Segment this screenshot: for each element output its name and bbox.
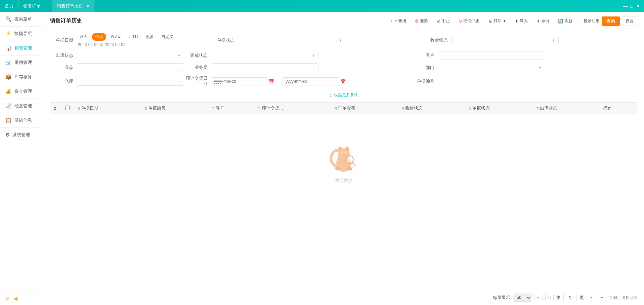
th-order-no[interactable]: ⇅单据编号 [141,103,208,114]
department-select[interactable]: ▼ [438,64,545,71]
th-payment-status[interactable]: ⇅收款状态 [398,103,465,114]
sidebar-item-finance[interactable]: 💰 资金管理 [0,84,43,99]
page-number-input[interactable] [563,294,577,301]
delivery-date-from-input[interactable] [211,77,267,85]
next-page-button[interactable]: > [587,294,595,301]
tab-sales-order-label: 销售订单 [23,3,41,9]
tab-sales-order-close[interactable]: ✕ [44,4,47,8]
sidebar-item-quick-nav[interactable]: ⚡ 快捷导航 [0,27,43,41]
prev-page-button[interactable]: < [545,294,554,301]
delivery-date-to-cal-icon[interactable]: 📅 [340,79,346,84]
stop-button[interactable]: ⊘ 中止 [434,16,453,26]
date-tab-today[interactable]: 今天 [92,33,106,41]
customer-dots-icon[interactable]: ··· [538,53,542,58]
customer-select[interactable]: ··· [438,51,545,60]
first-page-button[interactable]: « [534,294,543,301]
sidebar-item-base-info[interactable]: 📋 基础信息 [0,113,43,128]
sidebar-item-sys-mgmt-label: 系统管理 [12,132,30,138]
warehouse-select[interactable]: ··· [77,77,184,86]
delete-button[interactable]: 🗑 删除 [412,16,432,26]
th-amount[interactable]: ⇅订单金额 [331,103,398,114]
svg-point-10 [345,153,346,154]
window-maximize-icon[interactable]: □ [631,3,633,9]
complete-status-select[interactable]: ▼ [211,52,318,59]
th-delivery-status[interactable]: ⇅出库状态 [533,103,600,114]
sort-date-icon: ⇅ [77,106,80,110]
collapse-row[interactable]: △ 收起更多条件 [50,91,637,98]
delivery-status-select[interactable]: ▼ [77,52,184,59]
sort-delivery-status-icon: ⇅ [536,106,539,110]
date-tab-yesterday[interactable]: 昨天 [77,33,91,41]
th-delivery-date[interactable]: ⇅预计交货... [255,103,331,114]
sidebar-item-sys-mgmt[interactable]: ⚙ 系统管理 [0,128,43,142]
show-detail-checkbox-label[interactable]: 显示明细 [578,18,600,24]
import-button[interactable]: ⬆ 导入 [512,16,531,26]
sidebar-settings-icon[interactable]: ⚙ [5,295,9,302]
tab-sales-order-history[interactable]: 销售订单历史 ✕ [52,0,94,12]
sidebar-item-purchase-mgmt[interactable]: 🛒 采购管理 [0,55,43,70]
table-area: ⚙ ⇅单据日期 ⇅单据编号 ⇅客户 ⇅预计交货... ⇅订单金额 ⇅收款状态 ⇅… [43,102,644,290]
sidebar-item-operations-label: 经营管理 [14,103,32,109]
sidebar-item-sales-mgmt-label: 销售管理 [14,45,32,51]
new-button[interactable]: ＋ + 新增 [386,16,410,26]
warehouse-label: 仓库 [50,78,77,84]
refresh-button[interactable]: 🔄 刷新 [555,16,576,26]
settings-button[interactable]: 设置 [622,16,637,26]
delivery-date-from-cal-icon[interactable]: 📅 [269,79,274,84]
order-status-select[interactable]: ▼ [238,37,345,44]
warehouse-dots-icon[interactable]: ··· [177,79,181,84]
show-detail-checkbox[interactable] [578,19,582,23]
new-icon: ＋ [389,18,393,24]
warehouse-filter: 仓库 ··· [50,77,184,86]
print-button[interactable]: 🖨 打印 ▼ [485,16,510,26]
th-order-status[interactable]: ⇅单据状态 [465,103,532,114]
complete-status-filter: 完成状态 ▼ [184,52,411,59]
salesperson-dots-icon[interactable]: ··· [311,65,315,70]
order-status-label: 单据状态 [211,37,238,43]
payment-status-select[interactable]: ▼ [451,37,559,44]
sidebar-item-purchase-mgmt-label: 采购管理 [14,60,32,66]
show-detail-label: 显示明细 [584,18,600,24]
query-button[interactable]: 查询 [602,16,620,26]
th-settings[interactable]: ⚙ [50,103,62,114]
date-tab-custom[interactable]: 自定义 [158,33,176,41]
sidebar-item-operations[interactable]: 📈 经营管理 [0,99,43,113]
query-label: 查询 [606,18,615,24]
delivery-status-chevron-icon: ▼ [177,53,181,58]
window-minimize-icon[interactable]: — [623,3,628,9]
th-customer[interactable]: ⇅客户 [209,103,255,114]
tab-home[interactable]: 首页 [0,0,18,12]
purchase-mgmt-icon: 🛒 [5,60,12,66]
date-tab-7days[interactable]: 近7天 [108,33,124,41]
product-select[interactable]: ··· [77,63,184,72]
sidebar-item-search-menu[interactable]: 🔍 搜索菜单 [0,12,43,27]
delivery-date-to-input[interactable] [283,77,339,85]
complete-status-chevron-icon: ▼ [312,53,315,58]
last-page-icon: » [601,295,603,300]
sidebar-toggle-icon[interactable]: ◀ [13,295,17,302]
salesperson-select[interactable]: ··· [211,63,318,72]
th-date[interactable]: ⇅单据日期 [74,103,141,114]
last-page-button[interactable]: » [598,294,606,301]
select-all-checkbox[interactable] [65,106,70,110]
main-layout: 🔍 搜索菜单 ⚡ 快捷导航 📊 销售管理 🛒 采购管理 📦 库存核算 💰 资金管… [0,12,644,305]
data-table: ⚙ ⇅单据日期 ⇅单据编号 ⇅客户 ⇅预计交货... ⇅订单金额 ⇅收款状态 ⇅… [50,102,637,114]
finance-icon: 💰 [5,88,12,94]
tab-home-label: 首页 [5,3,13,9]
sidebar-item-sales-mgmt[interactable]: 📊 销售管理 [0,41,43,55]
export-button[interactable]: ⬇ 导出 [533,16,553,26]
sidebar-item-inventory[interactable]: 📦 库存核算 [0,70,43,84]
page-title: 销售订单历史 [50,17,383,25]
department-filter: 部门 ▼ [411,64,638,71]
total-info: 共0页，0条记录 [609,295,637,301]
cancel-stop-button[interactable]: ⊘ 取消中止 [455,16,483,26]
product-dots-icon[interactable]: ··· [177,65,181,70]
order-no-input[interactable] [438,80,545,83]
date-tab-1month[interactable]: 近1月 [125,33,142,41]
salesperson-filter: 业务员 ··· [184,63,411,72]
tab-sales-order-history-close[interactable]: ✕ [86,4,89,8]
window-close-icon[interactable]: ✕ [636,3,640,9]
page-size-select[interactable]: 50 10 20 100 [513,294,531,302]
date-tab-more[interactable]: 更多 [143,33,157,41]
tab-sales-order[interactable]: 销售订单 ✕ [18,0,52,12]
